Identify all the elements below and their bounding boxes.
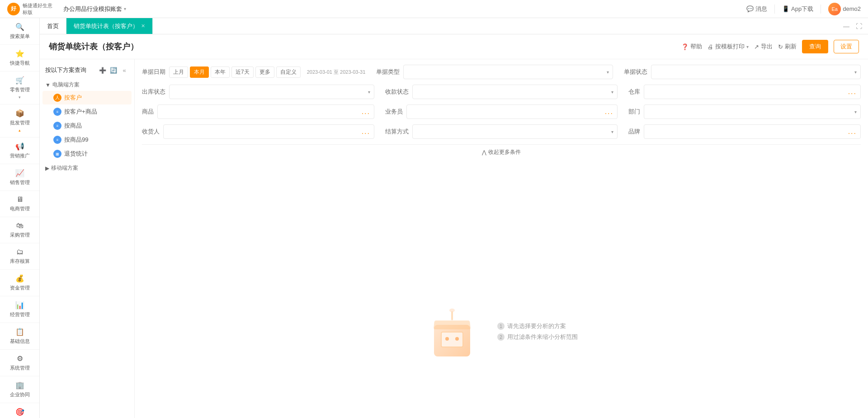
filter-row-3: 商品 ... 业务员 — [142, 104, 861, 119]
scheme-item-by-product-99[interactable]: ≡ 按商品99 — [42, 133, 132, 147]
date-label: 单据日期 — [142, 68, 165, 76]
date-btn-this-year[interactable]: 本年 — [211, 66, 230, 78]
wholesale-icon: 📦 — [15, 109, 24, 118]
scheme-item-by-customer[interactable]: 人 按客户 — [42, 91, 132, 104]
sidebar-item-sales[interactable]: 📈 销售管理 — [0, 164, 39, 191]
product-dots-icon[interactable]: ... — [362, 108, 370, 116]
sidebar-item-system[interactable]: ⚙ 系统管理 — [0, 350, 39, 376]
scheme-group-pc-header[interactable]: ▼ 电脑端方案 — [40, 79, 134, 90]
scheme-refresh-button[interactable]: 🔄 — [109, 66, 118, 75]
scheme-group-mobile-header[interactable]: ▶ 移动端方案 — [40, 162, 134, 174]
search-icon: 🔍 — [15, 23, 24, 31]
refresh-icon: ↻ — [778, 43, 783, 50]
dept-arrow-icon: ▾ — [854, 109, 857, 114]
receiver-input[interactable]: ... — [163, 124, 374, 139]
data-area: 1 请先选择要分析的方案 2 用过滤条件来缩小分析范围 — [135, 245, 868, 418]
logo-icon: 好 — [7, 3, 20, 15]
salesperson-input[interactable]: ... — [406, 104, 618, 119]
date-btn-last-month[interactable]: 上月 — [169, 66, 188, 78]
tab-close-icon[interactable]: ✕ — [141, 23, 145, 29]
empty-illustration — [425, 307, 479, 356]
brand-dots-icon[interactable]: ... — [848, 128, 857, 136]
export-button[interactable]: ↗ 导出 — [754, 43, 773, 51]
refresh-button[interactable]: ↻ 刷新 — [778, 43, 797, 51]
scheme-item-return-stats-label: 退货统计 — [64, 150, 88, 158]
sidebar: 🔍 搜索菜单 ⭐ 快捷导航 🛒 零售管理 ▾ 📦 批发管理 ▴ 📢 营销推广 📈… — [0, 18, 40, 418]
message-icon: 💬 — [746, 5, 754, 12]
print-template-button[interactable]: 🖨 按模板打印 ▾ — [708, 43, 749, 51]
collapse-bar[interactable]: ⋀ 收起更多条件 — [142, 144, 861, 160]
scheme-add-button[interactable]: ➕ — [98, 66, 107, 75]
header-divider-2 — [821, 5, 821, 14]
query-button[interactable]: 查询 — [802, 40, 828, 53]
scheme-item-by-product[interactable]: ≡ 按商品 — [42, 119, 132, 133]
print-label: 按模板打印 — [715, 43, 745, 51]
scheme-group-mobile-label: 移动端方案 — [51, 164, 78, 172]
tab-home[interactable]: 首页 — [40, 18, 66, 34]
product-label: 商品 — [142, 108, 154, 116]
app-download-button[interactable]: 📱 App下载 — [782, 5, 813, 13]
tab-maximize-button[interactable]: ⛶ — [854, 21, 864, 32]
sidebar-item-ecommerce[interactable]: 🖥 电商管理 — [0, 191, 39, 217]
doc-type-input[interactable]: ▾ — [403, 65, 613, 79]
salesperson-dots-icon[interactable]: ... — [605, 108, 613, 116]
sidebar-item-operations[interactable]: 📊 经营管理 — [0, 296, 39, 323]
sidebar-label-operations: 经营管理 — [10, 311, 30, 318]
message-button[interactable]: 💬 消息 — [746, 5, 767, 13]
sidebar-item-inventory[interactable]: 🗂 库存核算 — [0, 243, 39, 270]
date-btn-this-month[interactable]: 本月 — [190, 66, 209, 78]
sidebar-item-quicknav[interactable]: ⭐ 快捷导航 — [0, 45, 39, 71]
settings-button[interactable]: 设置 — [834, 40, 859, 53]
sidebar-item-search[interactable]: 🔍 搜索菜单 — [0, 18, 39, 45]
filter-item-salesperson: 业务员 ... — [385, 104, 618, 119]
product-input[interactable]: ... — [157, 104, 374, 119]
hint-num-2: 2 — [497, 333, 505, 341]
scheme-item-return-stats[interactable]: ▦ 退货统计 — [42, 147, 132, 161]
warehouse-dots-icon[interactable]: ... — [848, 88, 857, 96]
sidebar-item-marketing[interactable]: 📢 营销推广 — [0, 138, 39, 164]
scheme-group-mobile-expand-icon: ▶ — [45, 165, 49, 171]
filter-item-receiver: 收货人 ... — [142, 124, 374, 139]
app-title-area[interactable]: 办公用品行业模拟账套 ▾ — [63, 5, 126, 13]
brand-input[interactable]: ... — [644, 124, 861, 139]
empty-hint-2: 2 用过滤条件来缩小分析范围 — [497, 333, 578, 341]
scheme-item-by-customer-label: 按客户 — [64, 94, 82, 102]
sidebar-label-search: 搜索菜单 — [10, 33, 30, 40]
marketing-icon: 📢 — [15, 142, 24, 151]
sidebar-item-enterprise[interactable]: 🏢 企业协同 — [0, 376, 39, 403]
filter-item-doc-type: 单据类型 ▾ — [376, 65, 613, 79]
dept-input[interactable]: ▾ — [644, 104, 861, 119]
illus-antenna — [451, 311, 453, 320]
receipt-status-input[interactable]: ▾ — [412, 85, 618, 99]
scheme-item-by-customer-product[interactable]: ≡ 按客户+商品 — [42, 105, 132, 119]
sidebar-item-purchase[interactable]: 🛍 采购管理 — [0, 217, 39, 243]
header-left: 好 畅捷通好生意标版 办公用品行业模拟账套 ▾ — [7, 2, 126, 15]
sidebar-label-ecommerce: 电商管理 — [10, 205, 30, 212]
date-btn-custom[interactable]: 自定义 — [276, 66, 301, 78]
message-label: 消息 — [755, 5, 767, 13]
sidebar-item-wholesale[interactable]: 📦 批发管理 ▴ — [0, 104, 39, 138]
date-btn-last-7[interactable]: 近7天 — [231, 66, 254, 78]
user-area[interactable]: Ea demo2 — [828, 3, 861, 15]
retail-icon: 🛒 — [15, 76, 24, 85]
help-button[interactable]: ❓ 帮助 — [681, 43, 702, 51]
scheme-collapse-button[interactable]: « — [120, 66, 129, 75]
scheme-item-by-customer-icon: 人 — [53, 94, 61, 102]
doc-status-input[interactable]: ▾ — [651, 65, 861, 79]
sidebar-item-retail[interactable]: 🛒 零售管理 ▾ — [0, 71, 39, 104]
settlement-input[interactable]: ▾ — [412, 124, 618, 139]
out-status-input[interactable]: ▾ — [169, 85, 374, 99]
sidebar-item-newuser[interactable]: 🎯 新手引导 — [0, 403, 39, 418]
warehouse-input[interactable]: ... — [644, 85, 861, 99]
receiver-dots-icon[interactable]: ... — [362, 128, 370, 136]
sidebar-item-basicinfo[interactable]: 📋 基础信息 — [0, 323, 39, 350]
date-btn-more[interactable]: 更多 — [255, 66, 274, 78]
filter-item-dept: 部门 ▾ — [628, 104, 861, 119]
brand-label: 品牌 — [628, 128, 640, 136]
tab-minimize-button[interactable]: — — [841, 21, 852, 32]
sidebar-label-quicknav: 快捷导航 — [10, 60, 30, 66]
quicknav-icon: ⭐ — [15, 49, 24, 58]
sidebar-item-finance[interactable]: 💰 资金管理 — [0, 270, 39, 296]
tab-sales-stats[interactable]: 销货单统计表（按客户） ✕ — [66, 18, 153, 34]
illus-antenna-top — [449, 309, 455, 312]
